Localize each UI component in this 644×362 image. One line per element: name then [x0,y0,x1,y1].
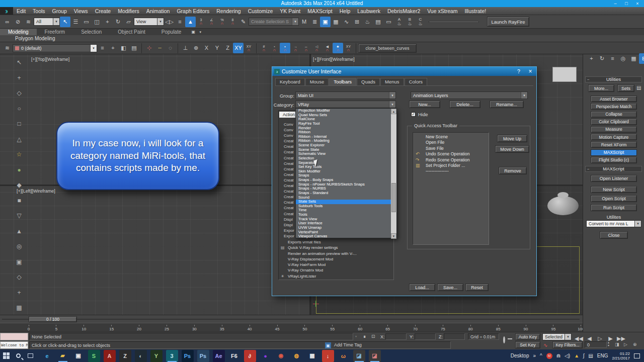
dialog-tab[interactable]: Menus [380,78,404,85]
snaps-toggle-icon[interactable]: 3 [196,17,206,27]
toolbar-chevron-icon[interactable]: » [533,353,536,358]
y-coordinate-field[interactable] [415,333,436,340]
launch-rayfire-button[interactable]: Launch RayFire [487,17,529,27]
move-up-button[interactable]: Move Up [497,135,527,142]
category-option[interactable]: Snaps - Standard [296,191,392,196]
rename-toolbar-button[interactable]: Rename... [490,101,524,108]
menu-item[interactable]: Group [49,7,70,15]
keyboard-icon[interactable]: ▤ [588,353,593,358]
menu-item[interactable]: Create [92,7,115,15]
timeline[interactable]: 0 / 100 [0,315,583,323]
layer-list-icon[interactable]: ≡ [97,43,108,53]
graphite-ribbon-icon[interactable]: ▦ [331,17,341,27]
rendered-frame-icon[interactable]: ▭ [383,17,394,27]
render-preset-c-icon[interactable]: C [415,17,426,27]
mirror-icon[interactable]: ◁▷ [164,17,175,27]
angle-snap-icon[interactable]: ∠ [206,17,217,27]
menu-item[interactable]: Rendering [213,7,244,15]
window-crossing-icon[interactable]: ◫ [92,17,102,27]
auto-key-button[interactable]: Auto Key [515,333,540,340]
manage-layers-icon[interactable]: ▣ [320,17,331,27]
display-tab-icon[interactable]: ▦ [628,53,639,64]
group-combo[interactable]: Main UI▾ [295,92,396,99]
ribbon-panel-title[interactable]: Polygon Modeling [0,36,55,41]
load-button[interactable]: Load... [409,284,435,291]
dialog-tab[interactable]: Keyboard [275,78,305,85]
z-coordinate-field[interactable] [444,333,465,340]
remove-button[interactable]: Remove [499,167,527,174]
axis-xy-button[interactable]: XY [233,43,244,53]
ribbon-tab[interactable]: Populate [153,29,189,35]
x-coordinate-field[interactable] [385,333,407,340]
language-indicator[interactable]: ENG [597,353,608,358]
tool-diamond-icon[interactable]: ◇ [13,87,25,99]
scroll-down-icon[interactable]: ▼ [391,233,396,239]
action-center-icon[interactable] [634,353,640,358]
utility-button[interactable]: Motion Capture [591,134,637,140]
quick-access-item[interactable]: ↶Undo Scene Operation [413,151,489,157]
scene-object-cube[interactable] [552,67,577,82]
create-layer-icon[interactable]: + [108,43,118,53]
endpoint-snap-icon[interactable]: → [290,43,301,53]
add-time-tag-label[interactable]: Add Time Tag [334,342,362,347]
isolate-icon[interactable]: ◦ [355,334,357,339]
dialog-tab[interactable]: Mouse [305,78,329,85]
set-key-button[interactable]: Set Key [515,341,540,348]
menu-item[interactable]: YK Paint [276,7,304,15]
tool-helix-icon[interactable]: ◇ [13,271,25,283]
checkbox-checked-icon[interactable]: ✓ [411,112,416,117]
utility-button[interactable]: Color Clipboard [591,119,637,125]
ribbon-tab[interactable]: Object Paint [110,29,153,35]
scroll-up-icon[interactable]: ▲ [391,109,396,114]
axis-x-button[interactable]: X [201,43,212,53]
menu-item[interactable]: Help [336,7,354,15]
category-option[interactable]: Viewport Canvas [296,234,392,239]
selection-filter-combo[interactable]: All▾ [34,18,60,26]
desktop-toolbar-label[interactable]: Desktop [511,353,529,358]
photoshop-2-icon[interactable]: Ps [197,350,209,362]
category-option[interactable]: Time [296,208,392,213]
vray-action-item[interactable]: ▤Quick V-Ray render settings [279,245,393,250]
red-app-icon[interactable]: ∂ [244,350,256,362]
time-tag-icon[interactable]: ▣ [325,342,331,348]
menu-item[interactable]: Edit [13,7,29,15]
menu-item[interactable]: Graph Editors [173,7,213,15]
tool-sphere-icon[interactable]: ● [13,164,25,176]
dialog-titlebar[interactable]: ϶ Customize User Interface ? × [272,67,536,76]
tool-pyramid-icon[interactable]: ▲ [13,225,25,237]
curve-editor-icon[interactable]: ∿ [341,17,352,27]
freeze-selection-icon[interactable]: ▤ [129,43,139,53]
quick-access-item[interactable]: Save File [413,146,489,151]
edge-snap-icon[interactable]: ◀ [322,43,333,53]
current-frame-field[interactable]: 0 [585,341,607,348]
zoom-icon[interactable]: ⊕ [633,342,637,347]
select-by-name-icon[interactable]: ☰ [70,17,81,27]
category-option[interactable]: Skin Modifier [296,169,392,174]
photo-viewer-2-icon[interactable]: ◪ [369,350,381,362]
point-snap-icon[interactable]: ★ [333,43,343,53]
axis-y-button[interactable]: Y [212,43,222,53]
menu-item[interactable]: Illustrate! [461,7,490,15]
tool-solid-diamond-icon[interactable]: ◆ [13,179,25,191]
task-view-button[interactable] [24,350,36,362]
pan-icon[interactable]: ▷ [624,342,627,347]
photoshop-icon[interactable]: Ps [182,350,194,362]
render-preset-b-icon[interactable]: B [405,17,415,27]
menu-item[interactable]: Vue xStream [424,7,461,15]
schematic-view-icon[interactable]: ⊞ [352,17,362,27]
ribbon-minimize-icon[interactable]: ▾ [197,29,203,35]
tool-move-icon[interactable]: + [13,72,25,84]
menu-item[interactable]: Animation [143,7,174,15]
utilities-tab-icon[interactable]: ⊞ [639,53,644,64]
edit-named-selections-icon[interactable]: ✎ [238,17,249,27]
maximize-button[interactable]: □ [621,0,632,7]
layer-stack-icon[interactable]: ≋ [2,43,13,53]
track-bar[interactable]: 0510152025303540455055606570758085909510… [0,323,583,332]
menu-item[interactable]: Modifiers [114,7,143,15]
clipboard-tool-icon[interactable]: ʃ [583,353,584,358]
run-script-button[interactable]: Run Script [591,204,637,211]
utility-button[interactable]: MAXScript [591,149,637,156]
volume-icon[interactable]: ◁) [565,353,570,358]
menu-item[interactable]: MAXScript [304,7,336,15]
sets-button[interactable]: Sets [617,84,634,92]
